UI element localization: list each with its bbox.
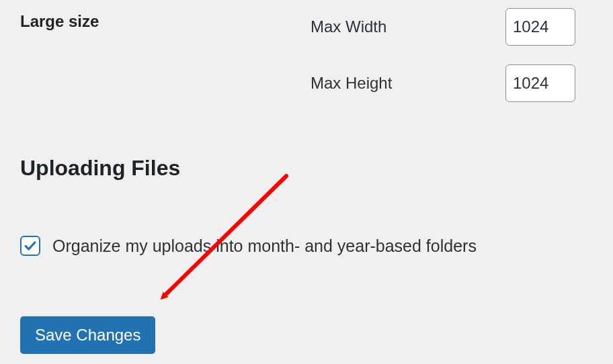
large-size-row: Large size Max Width Max Height — [0, 0, 613, 102]
large-size-fields: Max Width Max Height — [311, 0, 575, 102]
max-width-input[interactable] — [505, 8, 575, 46]
uploading-files-heading: Uploading Files — [0, 156, 613, 181]
organize-uploads-row: Organize my uploads into month- and year… — [0, 236, 613, 256]
large-size-label: Large size — [0, 0, 311, 43]
organize-uploads-checkbox[interactable] — [20, 236, 40, 256]
max-height-input[interactable] — [505, 64, 575, 102]
max-height-pair: Max Height — [311, 64, 575, 102]
save-changes-button[interactable]: Save Changes — [20, 316, 155, 354]
max-height-label: Max Height — [311, 74, 505, 93]
submit-row: Save Changes — [0, 316, 613, 354]
max-width-label: Max Width — [311, 17, 505, 36]
max-width-pair: Max Width — [311, 8, 575, 46]
organize-uploads-label[interactable]: Organize my uploads into month- and year… — [52, 236, 477, 256]
checkmark-icon — [23, 238, 38, 253]
